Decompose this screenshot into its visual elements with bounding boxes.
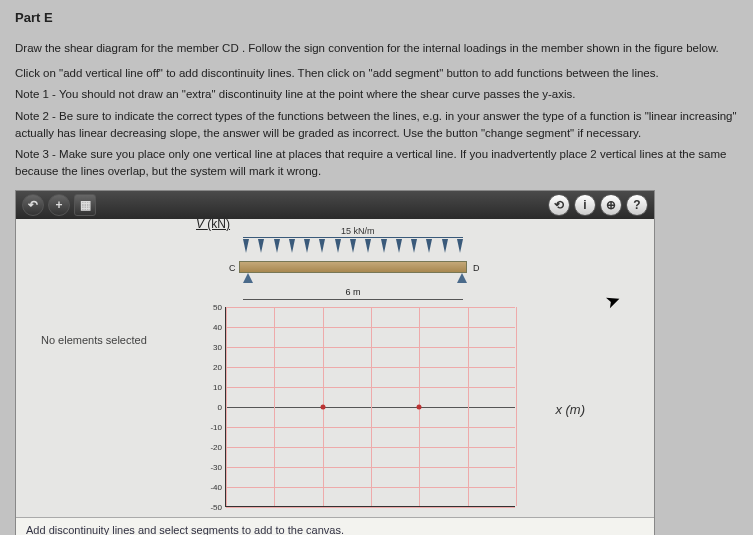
drawing-canvas: ↶ + ▦ ⟲ i ⊕ ? No elements selected 15 kN… (15, 190, 655, 535)
instruction-main: Draw the shear diagram for the member CD… (15, 40, 738, 57)
grid-lines: 50403020100-10-20-30-40-50 (226, 307, 515, 506)
help-button[interactable]: ? (626, 194, 648, 216)
y-tick-label: 50 (204, 302, 222, 311)
canvas-toolbar: ↶ + ▦ ⟲ i ⊕ ? (16, 191, 654, 219)
beam-diagram: 15 kN/m C D 6 m (201, 229, 541, 301)
data-point[interactable] (417, 404, 422, 409)
add-button[interactable]: + (48, 194, 70, 216)
y-tick-label: -40 (204, 482, 222, 491)
selection-status: No elements selected (41, 229, 186, 507)
data-point[interactable] (320, 404, 325, 409)
shear-graph[interactable]: 50403020100-10-20-30-40-50 x (m) (225, 307, 515, 507)
instruction-note3: Note 3 - Make sure you place only one ve… (15, 146, 738, 179)
y-tick-label: 40 (204, 322, 222, 331)
x-axis-label: x (m) (555, 402, 585, 417)
y-tick-label: 30 (204, 342, 222, 351)
undo-button[interactable]: ↶ (22, 194, 44, 216)
zoom-button[interactable]: ⊕ (600, 194, 622, 216)
y-tick-label: -30 (204, 462, 222, 471)
part-label: Part E (15, 10, 738, 25)
y-tick-label: -10 (204, 422, 222, 431)
y-tick-label: 0 (204, 402, 222, 411)
distributed-load-icon (243, 231, 463, 259)
instructions-block: Draw the shear diagram for the member CD… (15, 40, 738, 180)
instruction-click: Click on "add vertical line off" to add … (15, 65, 738, 82)
node-c-label: C (229, 263, 236, 273)
instruction-note1: Note 1 - You should not draw an "extra" … (15, 86, 738, 103)
support-left-icon (243, 273, 253, 283)
span-dimension: 6 m (243, 289, 463, 300)
y-tick-label: -50 (204, 502, 222, 511)
instruction-note2: Note 2 - Be sure to indicate the correct… (15, 108, 738, 141)
node-d-label: D (473, 263, 480, 273)
y-tick-label: -20 (204, 442, 222, 451)
support-right-icon (457, 273, 467, 283)
hint-bar: Add discontinuity lines and select segme… (16, 517, 654, 535)
reset-button[interactable]: ⟲ (548, 194, 570, 216)
y-tick-label: 10 (204, 382, 222, 391)
trash-button[interactable]: ▦ (74, 194, 96, 216)
beam-member (239, 261, 467, 273)
y-tick-label: 20 (204, 362, 222, 371)
y-axis-label: V (kN) (196, 217, 230, 231)
info-button[interactable]: i (574, 194, 596, 216)
